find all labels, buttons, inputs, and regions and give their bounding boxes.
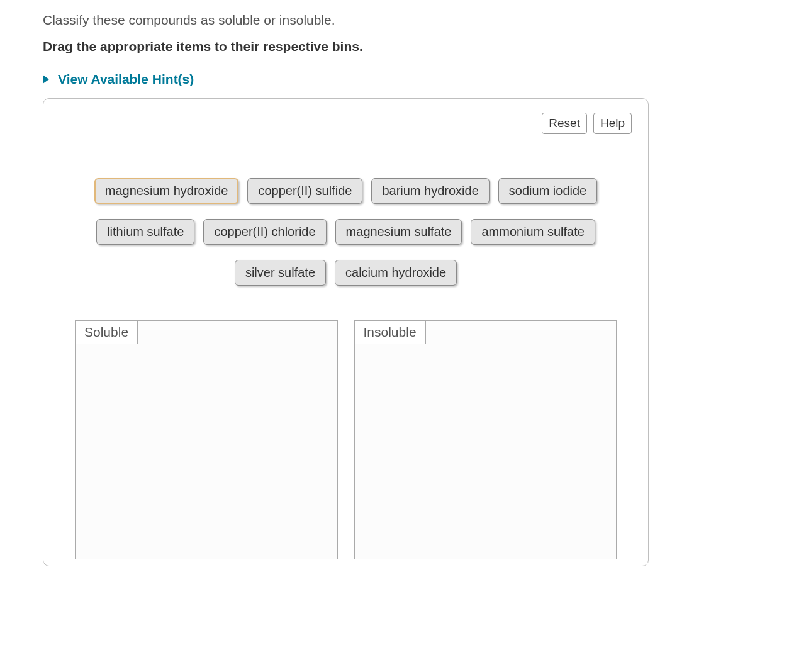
bin-label-insoluble: Insoluble <box>354 320 426 344</box>
drag-item-ammonium-sulfate[interactable]: ammonium sulfate <box>471 219 595 245</box>
hints-label: View Available Hint(s) <box>58 72 194 87</box>
view-hints-toggle[interactable]: View Available Hint(s) <box>43 72 763 87</box>
question-instruction: Drag the appropriate items to their resp… <box>43 39 763 54</box>
triangle-right-icon <box>43 75 49 84</box>
drag-item-sodium-iodide[interactable]: sodium iodide <box>498 178 597 204</box>
drag-item-copper-ii-sulfide[interactable]: copper(II) sulfide <box>247 178 362 204</box>
reset-button[interactable]: Reset <box>542 113 587 134</box>
drag-item-calcium-hydroxide[interactable]: calcium hydroxide <box>335 260 457 286</box>
bin-insoluble[interactable]: Insoluble <box>354 320 617 559</box>
question-page: Classify these compounds as soluble or i… <box>0 0 806 566</box>
drag-item-magnesium-hydroxide[interactable]: magnesium hydroxide <box>94 178 239 204</box>
bin-label-soluble: Soluble <box>75 320 138 344</box>
drag-item-magnesium-sulfate[interactable]: magnesium sulfate <box>335 219 462 245</box>
bin-soluble[interactable]: Soluble <box>75 320 338 559</box>
question-prompt: Classify these compounds as soluble or i… <box>43 13 763 28</box>
drag-item-lithium-sulfate[interactable]: lithium sulfate <box>96 219 194 245</box>
sorting-panel: Reset Help magnesium hydroxide copper(II… <box>43 98 649 566</box>
drag-item-silver-sulfate[interactable]: silver sulfate <box>235 260 326 286</box>
panel-controls: Reset Help <box>60 113 632 134</box>
drop-bins-row: Soluble Insoluble <box>60 320 632 559</box>
help-button[interactable]: Help <box>593 113 632 134</box>
draggable-items-area: magnesium hydroxide copper(II) sulfide b… <box>60 178 632 286</box>
drag-item-copper-ii-chloride[interactable]: copper(II) chloride <box>203 219 326 245</box>
drag-item-barium-hydroxide[interactable]: barium hydroxide <box>371 178 489 204</box>
